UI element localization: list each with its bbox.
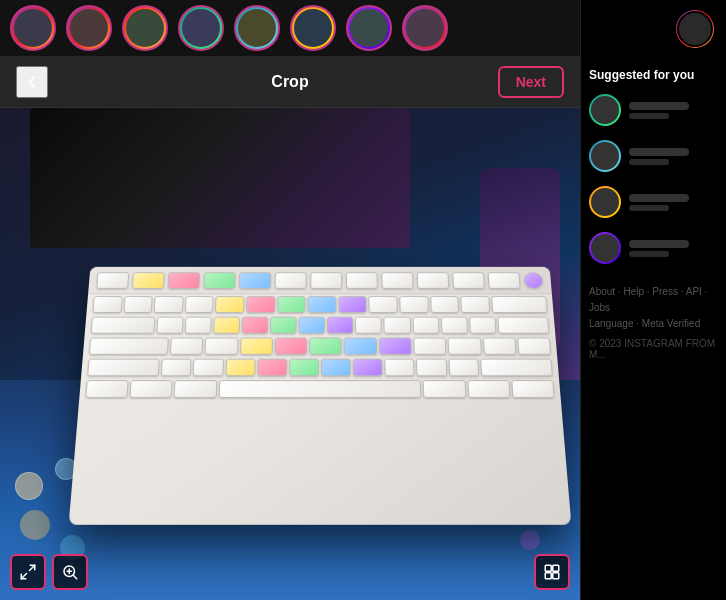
- key-a: [170, 338, 204, 355]
- key-7: [308, 296, 337, 313]
- key-slash: [448, 359, 479, 377]
- key-t: [270, 317, 297, 334]
- key-knob: [523, 272, 544, 288]
- key-2: [154, 296, 184, 313]
- story-avatar-3[interactable]: [122, 5, 168, 51]
- key-x: [193, 359, 224, 377]
- suggested-item-1[interactable]: [589, 94, 718, 126]
- expand-icon: [19, 563, 37, 581]
- key-quote: [517, 338, 551, 355]
- mat-char-1: [20, 510, 50, 540]
- key-f6: [310, 272, 342, 288]
- sidebar-user-avatar[interactable]: [676, 10, 714, 48]
- suggested-name-bar-3: [629, 194, 689, 202]
- suggested-name-bar-4: [629, 240, 689, 248]
- key-f7: [346, 272, 378, 288]
- story-avatar-8[interactable]: [402, 5, 448, 51]
- key-h: [344, 338, 377, 355]
- suggested-item-2[interactable]: [589, 140, 718, 172]
- key-y: [299, 317, 326, 334]
- dark-box: [30, 108, 410, 248]
- key-tab: [91, 317, 155, 334]
- key-q: [156, 317, 183, 334]
- key-rshift: [480, 359, 553, 377]
- key-i: [355, 317, 382, 334]
- keyboard: [69, 267, 572, 525]
- key-ralt: [423, 380, 466, 398]
- story-avatar-5m[interactable]: [346, 5, 392, 51]
- key-n: [321, 359, 351, 377]
- suggested-sub-bar-3: [629, 205, 669, 211]
- story-avatar-2[interactable]: [66, 5, 112, 51]
- suggested-avatar-1: [589, 94, 621, 126]
- key-w: [185, 317, 212, 334]
- key-f9: [417, 272, 449, 288]
- suggested-name-bar-1: [629, 102, 689, 110]
- key-m: [353, 359, 383, 377]
- key-f2: [168, 272, 201, 288]
- zoom-icon: [61, 563, 79, 581]
- suggested-title: Suggested for you: [589, 68, 718, 82]
- key-alt: [174, 380, 217, 398]
- key-f3: [203, 272, 235, 288]
- key-caps: [89, 338, 169, 355]
- toolbar-right: [534, 554, 570, 590]
- key-g: [309, 338, 342, 355]
- key-period: [416, 359, 447, 377]
- key-backtick: [92, 296, 122, 313]
- key-f1: [132, 272, 165, 288]
- key-space: [218, 380, 421, 398]
- key-j: [379, 338, 412, 355]
- layers-button[interactable]: [534, 554, 570, 590]
- sidebar: Suggested for you About · Help · Press ·…: [580, 0, 726, 600]
- key-row-asdf: [83, 336, 557, 357]
- key-6: [277, 296, 306, 313]
- key-p: [412, 317, 439, 334]
- story-avatar-1[interactable]: [10, 5, 56, 51]
- footer-links: About · Help · Press · API · Jobs Langua…: [589, 284, 718, 332]
- key-row-space: [79, 378, 561, 400]
- key-b: [289, 359, 319, 377]
- suggested-item-3[interactable]: [589, 186, 718, 218]
- suggested-sub-bar-1: [629, 113, 669, 119]
- back-button[interactable]: [16, 66, 48, 98]
- layers-icon: [543, 563, 561, 581]
- svg-rect-9: [553, 573, 559, 579]
- key-z: [161, 359, 192, 377]
- key-f11: [488, 272, 521, 288]
- key-0: [399, 296, 428, 313]
- keyboard-top-row: [88, 267, 552, 294]
- svg-line-3: [73, 575, 76, 578]
- key-backspace: [491, 296, 548, 313]
- key-row-number: [86, 294, 553, 314]
- key-minus: [430, 296, 459, 313]
- expand-button[interactable]: [10, 554, 46, 590]
- key-1: [123, 296, 153, 313]
- key-comma: [385, 359, 415, 377]
- key-f10: [452, 272, 485, 288]
- key-u: [327, 317, 354, 334]
- suggested-item-4[interactable]: [589, 232, 718, 264]
- key-fn: [467, 380, 510, 398]
- key-d: [240, 338, 273, 355]
- key-ctrl: [85, 380, 129, 398]
- key-enter: [497, 317, 549, 334]
- key-lbracket: [440, 317, 467, 334]
- key-semicolon: [482, 338, 516, 355]
- suggested-sub-bar-2: [629, 159, 669, 165]
- stories-bar: [0, 0, 580, 56]
- key-f8: [381, 272, 413, 288]
- key-equal: [460, 296, 490, 313]
- key-f5: [275, 272, 307, 288]
- key-win: [130, 380, 173, 398]
- story-avatar-4[interactable]: [178, 5, 224, 51]
- svg-rect-6: [545, 565, 551, 571]
- key-5: [246, 296, 275, 313]
- mat-char-4: [520, 530, 540, 550]
- story-avatar-popso[interactable]: [234, 5, 280, 51]
- zoom-button[interactable]: [52, 554, 88, 590]
- next-button[interactable]: Next: [498, 66, 564, 98]
- story-avatar-vivo[interactable]: [290, 5, 336, 51]
- key-row-zxcv: [81, 357, 559, 378]
- key-o: [384, 317, 411, 334]
